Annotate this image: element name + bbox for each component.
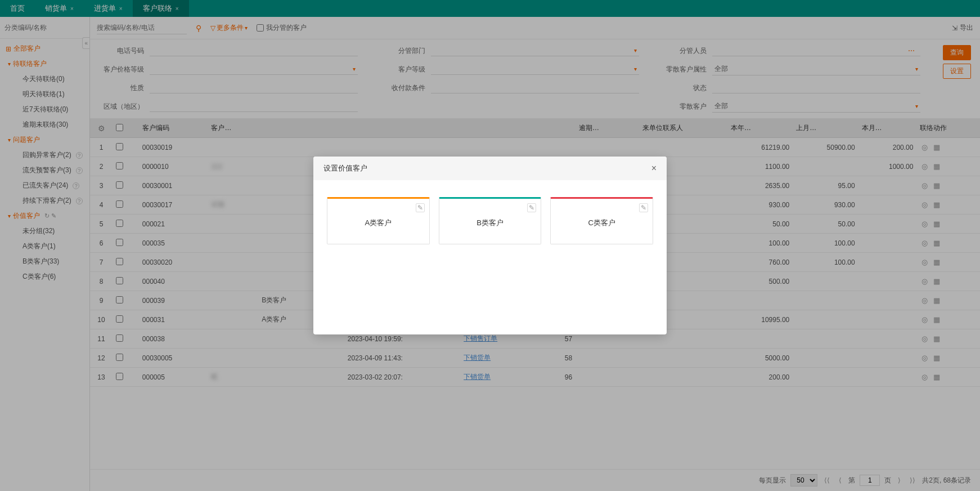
edit-icon[interactable]: ✎ <box>416 203 425 212</box>
modal-body: ✎ A类客户 ✎ B类客户 ✎ C类客户 <box>313 180 667 334</box>
card-label: B类客户 <box>476 218 504 227</box>
edit-icon[interactable]: ✎ <box>527 203 536 212</box>
modal-close-button[interactable]: × <box>651 163 657 173</box>
edit-icon[interactable]: ✎ <box>639 203 648 212</box>
card-label: A类客户 <box>365 218 392 227</box>
card-label: C类客户 <box>588 218 615 227</box>
value-customer-modal: 设置价值客户 × ✎ A类客户 ✎ B类客户 ✎ C类客户 <box>313 157 667 334</box>
card-a-customer[interactable]: ✎ A类客户 <box>327 197 430 244</box>
card-c-customer[interactable]: ✎ C类客户 <box>550 197 653 244</box>
modal-title: 设置价值客户 <box>323 163 367 173</box>
card-b-customer[interactable]: ✎ B类客户 <box>439 197 542 244</box>
modal-header: 设置价值客户 × <box>313 157 667 180</box>
